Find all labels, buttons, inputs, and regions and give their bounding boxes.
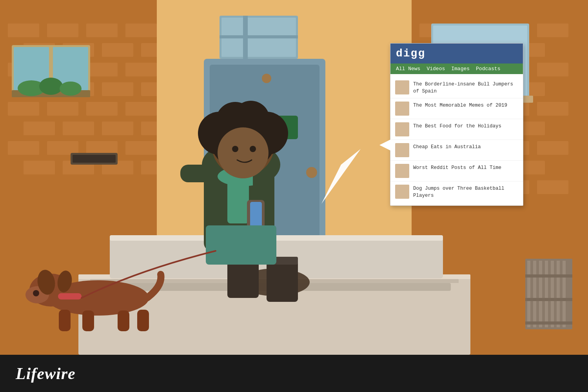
svg-point-39	[39, 78, 63, 95]
item-title: The Borderline-insane Bull Jumpers of Sp…	[413, 80, 518, 95]
svg-rect-58	[537, 24, 568, 37]
svg-rect-102	[557, 261, 560, 327]
svg-rect-8	[102, 43, 133, 57]
svg-point-133	[232, 146, 238, 152]
nav-videos[interactable]: Videos	[426, 66, 445, 72]
svg-rect-27	[47, 141, 78, 155]
nav-images[interactable]: Images	[451, 66, 470, 72]
svg-rect-106	[525, 321, 572, 325]
item-title: The Best Food for the Holidays	[413, 122, 501, 130]
list-item[interactable]: The Borderline-insane Bull Jumpers of Sp…	[390, 77, 523, 98]
svg-rect-23	[63, 122, 94, 135]
list-item[interactable]: Dog Jumps over Three Basketball Players	[390, 181, 523, 202]
svg-rect-26	[8, 141, 39, 155]
svg-point-46	[306, 167, 317, 178]
svg-rect-103	[563, 261, 566, 327]
main-scene: 1337	[0, 0, 588, 392]
list-item[interactable]: Cheap Eats in Australia	[390, 140, 523, 161]
svg-rect-86	[537, 180, 568, 194]
thumbnail	[395, 164, 409, 178]
svg-rect-3	[47, 24, 78, 37]
svg-rect-18	[8, 102, 39, 116]
svg-rect-142	[58, 293, 82, 299]
svg-rect-65	[537, 63, 568, 76]
svg-rect-5	[125, 24, 157, 37]
svg-rect-148	[137, 310, 149, 331]
svg-rect-72	[537, 102, 568, 116]
svg-rect-97	[527, 261, 530, 327]
svg-point-134	[250, 146, 256, 152]
thumbnail	[395, 143, 409, 157]
svg-rect-104	[525, 274, 572, 278]
svg-rect-30	[24, 161, 55, 174]
digg-nav: All News Videos Images Podcasts	[390, 64, 523, 74]
nav-all-news[interactable]: All News	[396, 66, 420, 72]
svg-rect-29	[125, 141, 157, 155]
svg-rect-24	[102, 122, 133, 135]
bottom-bar: Lifewire	[0, 355, 588, 392]
digg-logo: digg	[396, 47, 425, 60]
svg-rect-146	[82, 310, 94, 331]
digg-header: digg	[390, 44, 523, 64]
svg-rect-147	[118, 310, 129, 331]
item-title: Worst Reddit Posts of All Time	[413, 164, 501, 172]
svg-rect-12	[86, 63, 118, 76]
list-item[interactable]: The Best Food for the Holidays	[390, 119, 523, 140]
nav-podcasts[interactable]: Podcasts	[476, 66, 500, 72]
thumbnail	[395, 185, 409, 199]
svg-rect-121	[227, 176, 249, 223]
svg-rect-20	[86, 102, 118, 116]
svg-rect-42	[73, 155, 116, 163]
lifewire-logo: Lifewire	[16, 364, 76, 383]
thumbnail	[395, 80, 409, 94]
svg-rect-4	[86, 24, 118, 37]
item-title: The Most Memorable Memes of 2019	[413, 102, 507, 109]
svg-rect-122	[180, 165, 216, 182]
svg-rect-101	[551, 261, 554, 327]
svg-point-40	[60, 82, 82, 96]
svg-rect-135	[206, 225, 276, 265]
svg-rect-99	[539, 261, 542, 327]
item-title: Dog Jumps over Three Basketball Players	[413, 185, 518, 199]
item-title: Cheap Eats in Australia	[413, 143, 481, 151]
digg-list: The Borderline-insane Bull Jumpers of Sp…	[390, 74, 523, 205]
list-item[interactable]: Worst Reddit Posts of All Time	[390, 161, 523, 181]
svg-rect-98	[533, 261, 536, 327]
thumbnail	[395, 102, 409, 116]
svg-point-139	[33, 290, 39, 296]
list-item[interactable]: The Most Memorable Memes of 2019	[390, 98, 523, 119]
svg-rect-13	[125, 63, 157, 76]
svg-point-132	[218, 127, 269, 178]
svg-rect-22	[24, 122, 55, 135]
svg-rect-21	[125, 102, 157, 116]
svg-rect-16	[102, 82, 133, 96]
svg-rect-19	[47, 102, 78, 116]
svg-rect-2	[8, 24, 39, 37]
thumbnail	[395, 122, 409, 136]
svg-rect-28	[86, 141, 118, 155]
svg-rect-145	[59, 310, 71, 331]
svg-rect-105	[525, 298, 572, 301]
svg-rect-53	[220, 35, 298, 38]
svg-rect-125	[250, 202, 262, 227]
svg-rect-79	[537, 141, 568, 155]
digg-card: digg All News Videos Images Podcasts The…	[390, 43, 523, 206]
svg-point-47	[262, 74, 271, 83]
svg-rect-100	[545, 261, 548, 327]
